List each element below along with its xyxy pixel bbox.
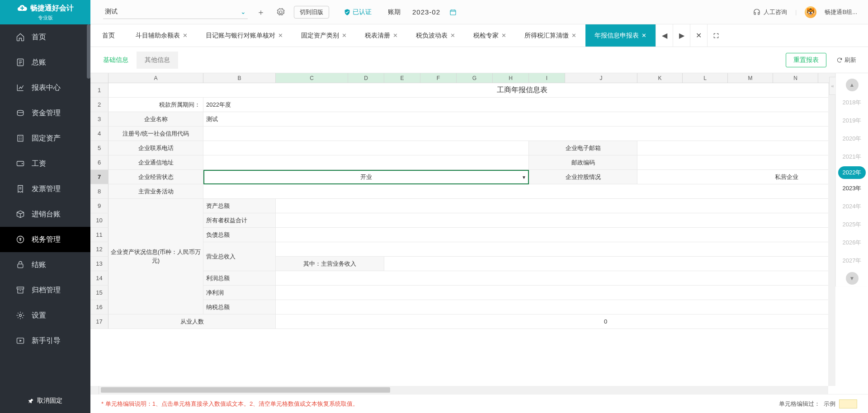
tab-balance[interactable]: 斗目辅助余额表✕ <box>127 24 197 47</box>
settings-icon[interactable] <box>274 5 288 19</box>
col-header[interactable]: M <box>728 73 773 83</box>
year-option[interactable]: 2018年 <box>843 94 862 111</box>
cell-period-value[interactable]: 2022年度 <box>203 98 835 112</box>
col-header[interactable]: F <box>420 73 457 83</box>
unpin-button[interactable]: 取消固定 <box>0 393 90 408</box>
cell-phone-value[interactable] <box>203 141 529 155</box>
close-icon[interactable]: ✕ <box>278 32 283 39</box>
subtab-other[interactable]: 其他信息 <box>137 52 178 69</box>
user-name[interactable]: 畅捷通B组... <box>825 8 857 16</box>
row-header[interactable]: 12 <box>90 242 108 257</box>
sidebar-item-funds[interactable]: 资金管理 <box>0 100 90 126</box>
row-header[interactable]: 15 <box>90 286 108 300</box>
close-icon[interactable]: ✕ <box>342 32 347 39</box>
col-header[interactable]: L <box>683 73 728 83</box>
tabs-next-button[interactable]: ▶ <box>673 24 690 47</box>
subtab-basic[interactable]: 基础信息 <box>95 52 137 69</box>
close-icon[interactable]: ✕ <box>501 32 506 39</box>
add-company-button[interactable]: ＋ <box>254 5 268 19</box>
row-header[interactable]: 16 <box>90 300 108 314</box>
row-header[interactable]: 17 <box>90 314 108 329</box>
cell-company-name-value[interactable]: 测试 <box>203 112 835 127</box>
cell-email-value[interactable] <box>637 141 835 155</box>
year-option[interactable]: 2020年 <box>843 130 862 147</box>
col-header[interactable]: J <box>565 73 637 83</box>
cell-addr-value[interactable] <box>203 155 529 170</box>
tab-tax-expert[interactable]: 税检专家✕ <box>464 24 515 47</box>
col-header[interactable]: C <box>276 73 348 83</box>
col-header[interactable]: A <box>108 73 203 83</box>
tab-annual-report[interactable]: 年报信息申报表✕ <box>585 24 656 47</box>
tab-tax-forms[interactable]: 税表清册✕ <box>356 24 407 47</box>
sidebar-item-inventory[interactable]: 进销台账 <box>0 202 90 227</box>
year-rail-collapse-button[interactable]: « <box>829 77 835 95</box>
year-up-button[interactable]: ▲ <box>846 79 859 91</box>
consult-button[interactable]: 人工咨询 <box>753 8 787 16</box>
tab-tax-fluctuation[interactable]: 税负波动表✕ <box>407 24 464 47</box>
close-icon[interactable]: ✕ <box>571 32 576 39</box>
cell-holding-value[interactable]: 私营企业 <box>637 170 835 184</box>
tabs-prev-button[interactable]: ◀ <box>656 24 673 47</box>
col-header[interactable]: D <box>348 73 384 83</box>
cell-reg-no-value[interactable] <box>203 127 835 141</box>
cell-assets-total-value[interactable] <box>276 199 835 213</box>
row-header[interactable]: 7 <box>90 170 108 184</box>
cell-headcount-value[interactable]: 0 <box>276 314 835 329</box>
sidebar-item-ledger[interactable]: 总账 <box>0 50 90 75</box>
close-icon[interactable]: ✕ <box>642 32 646 39</box>
logo[interactable]: 畅捷通好会计 专业版 <box>0 0 90 24</box>
close-icon[interactable]: ✕ <box>183 32 188 39</box>
tab-asset-category[interactable]: 固定资产类别✕ <box>292 24 356 47</box>
calendar-icon[interactable] <box>449 9 457 16</box>
year-option[interactable]: 2025年 <box>843 216 862 233</box>
close-icon[interactable]: ✕ <box>450 32 455 39</box>
sidebar-item-assets[interactable]: 固定资产 <box>0 126 90 151</box>
row-header[interactable]: 4 <box>90 127 108 141</box>
cell-status-dropdown[interactable]: 开业 ▼ <box>203 170 529 184</box>
col-header[interactable]: K <box>637 73 683 83</box>
col-header[interactable]: H <box>493 73 529 83</box>
row-header[interactable]: 10 <box>90 213 108 228</box>
col-header[interactable]: I <box>529 73 565 83</box>
sidebar-item-closing[interactable]: 结账 <box>0 252 90 277</box>
cell-tax-total-value[interactable] <box>276 300 835 314</box>
row-header[interactable]: 1 <box>90 83 108 98</box>
cell-mainbiz-value[interactable] <box>203 184 835 199</box>
sheet-scrollbar-horizontal[interactable] <box>90 386 828 394</box>
year-option[interactable]: 2026年 <box>843 234 862 251</box>
tab-income-tax[interactable]: 所得税汇算清缴✕ <box>515 24 585 47</box>
sidebar-item-tax[interactable]: 税务管理 <box>0 227 90 252</box>
avatar[interactable]: 🐯 <box>805 6 816 18</box>
sheet-scrollbar-vertical[interactable] <box>828 83 835 386</box>
row-header[interactable]: 11 <box>90 228 108 242</box>
year-option-active[interactable]: 2022年 <box>838 166 866 179</box>
select-all-corner[interactable] <box>90 73 108 83</box>
tab-bank-recon[interactable]: 日记账与银行对账单核对✕ <box>197 24 292 47</box>
row-header[interactable]: 5 <box>90 141 108 155</box>
year-option[interactable]: 2027年 <box>843 252 862 269</box>
row-header[interactable]: 6 <box>90 155 108 170</box>
refresh-button[interactable]: 刷新 <box>836 56 856 64</box>
row-header[interactable]: 8 <box>90 184 108 199</box>
cell-liabilities-value[interactable] <box>276 228 835 242</box>
row-header[interactable]: 2 <box>90 98 108 112</box>
company-dropdown[interactable]: 测试 ⌄ <box>103 5 248 19</box>
tabs-close-button[interactable]: ✕ <box>690 24 707 47</box>
cell-postcode-value[interactable] <box>637 155 835 170</box>
sidebar-item-reports[interactable]: 报表中心 <box>0 75 90 100</box>
reset-report-button[interactable]: 重置报表 <box>786 53 826 67</box>
year-option[interactable]: 2024年 <box>843 198 862 215</box>
cell-net-profit-value[interactable] <box>276 286 835 300</box>
switch-old-button[interactable]: 切到旧版 <box>294 6 329 19</box>
col-header[interactable]: N <box>773 73 818 83</box>
row-header[interactable]: 9 <box>90 199 108 213</box>
year-option[interactable]: 2023年 <box>843 180 862 197</box>
year-down-button[interactable]: ▼ <box>846 272 859 285</box>
row-header[interactable]: 13 <box>90 257 108 271</box>
spreadsheet[interactable]: A B C D E F G H I J K L M N O <box>90 73 835 394</box>
sidebar-item-home[interactable]: 首页 <box>0 24 90 50</box>
cell-main-income-value[interactable] <box>384 257 835 271</box>
sidebar-item-archive[interactable]: 归档管理 <box>0 277 90 303</box>
sidebar-item-invoice[interactable]: 发票管理 <box>0 176 90 202</box>
sidebar-item-guide[interactable]: 新手引导 <box>0 328 90 353</box>
